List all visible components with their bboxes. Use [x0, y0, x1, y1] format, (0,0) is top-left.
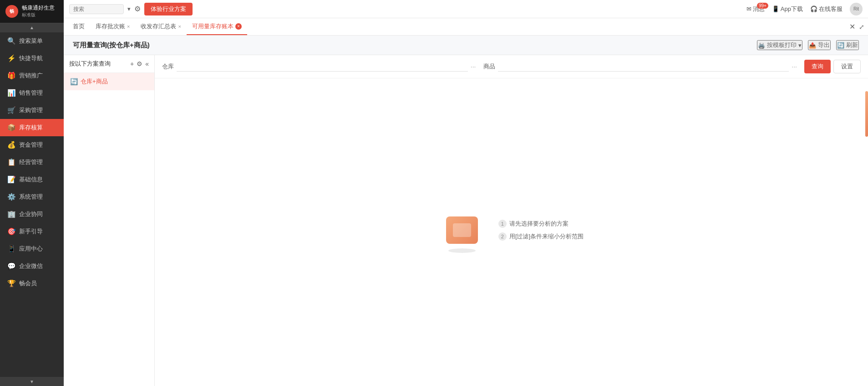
- page-header: 可用量查询(按仓库+商品) 🖨️ 按模板打印 ▾ 📤 导出 🔄 刷新: [64, 36, 868, 55]
- office-icon: 🏢: [7, 210, 15, 218]
- message-icon: ✉: [746, 5, 751, 12]
- scroll-edge[interactable]: [865, 91, 868, 137]
- empty-box: [446, 216, 478, 244]
- message-badge: 99+: [757, 3, 768, 9]
- tab-summary-close[interactable]: ×: [178, 24, 181, 29]
- scheme-item-warehouse-goods[interactable]: 🔄 仓库+商品: [64, 73, 154, 90]
- settings-icon[interactable]: ⚙: [134, 5, 141, 13]
- filter-bar: 仓库 ··· 商品 ··· 查询 设置: [155, 55, 868, 78]
- sidebar-item-inventory[interactable]: 📦 库存核算: [0, 119, 64, 136]
- filter-settings-btn[interactable]: 设置: [833, 60, 861, 73]
- sidebar-scroll-down[interactable]: ▼: [0, 377, 64, 386]
- sidebar-app-subtitle: 标准版: [22, 12, 55, 18]
- tab-available[interactable]: 可用量库存账本 ×: [187, 19, 247, 35]
- app-label: App下载: [781, 5, 803, 13]
- sidebar-item-appstore[interactable]: 📱 应用中心: [0, 240, 64, 257]
- note-icon: 📝: [7, 175, 15, 184]
- query-btn[interactable]: 查询: [804, 60, 831, 73]
- empty-box-face: [453, 223, 471, 237]
- sidebar-item-wechat[interactable]: 💬 企业微信: [0, 257, 64, 275]
- export-label: 导出: [818, 41, 830, 49]
- goods-more-btn[interactable]: ···: [792, 63, 797, 70]
- tab-batch-label: 库存批次账: [96, 22, 125, 31]
- sidebar-item-marketing[interactable]: 🎁 营销推广: [0, 67, 64, 84]
- tab-available-close[interactable]: ×: [235, 23, 242, 30]
- avatar[interactable]: Rit: [850, 3, 863, 15]
- sidebar-item-label: 搜索菜单: [19, 37, 43, 45]
- add-scheme-btn[interactable]: +: [130, 60, 134, 67]
- print-label: 按模板打印: [767, 41, 797, 49]
- sidebar-scroll-up[interactable]: ▲: [0, 23, 64, 32]
- search-icon: 🔍: [7, 37, 15, 45]
- clipboard-icon: 📋: [7, 158, 15, 166]
- tab-home[interactable]: 首页: [67, 19, 90, 35]
- tab-batch-close[interactable]: ×: [127, 24, 130, 29]
- warehouse-filter-group: 仓库 ···: [162, 62, 476, 72]
- left-panel: 按以下方案查询 + ⚙ « 🔄 仓库+商品: [64, 55, 155, 386]
- empty-state: 1 请先选择要分析的方案 2 用[过滤]条件来缩小分析范围: [155, 78, 868, 386]
- sidebar-nav: 🔍 搜索菜单 ⚡ 快捷导航 🎁 营销推广 📊 销售管理 🛒 采购管理 📦 库存核…: [0, 32, 64, 377]
- refresh-label: 刷新: [846, 41, 858, 49]
- sidebar-item-operations[interactable]: 📋 经营管理: [0, 154, 64, 171]
- refresh-btn[interactable]: 🔄 刷新: [836, 40, 859, 50]
- sidebar-item-label: 企业微信: [19, 262, 43, 270]
- empty-num-1: 1: [498, 220, 507, 228]
- goods-filter-group: 商品 ···: [483, 62, 797, 72]
- chat-icon: 💬: [7, 262, 15, 270]
- warehouse-filter-input[interactable]: [177, 62, 468, 72]
- tab-close-all-icon[interactable]: ✕: [849, 22, 855, 31]
- sidebar-item-shortcut[interactable]: ⚡ 快捷导航: [0, 50, 64, 67]
- trophy-icon: 🏆: [7, 279, 15, 288]
- shortcut-icon: ⚡: [7, 54, 15, 62]
- warehouse-goods-icon: 🔄: [70, 78, 78, 85]
- scheme-collapse-btn[interactable]: «: [145, 60, 149, 67]
- tab-available-label: 可用量库存账本: [192, 22, 233, 31]
- sidebar-item-basic[interactable]: 📝 基础信息: [0, 171, 64, 188]
- tab-home-label: 首页: [73, 22, 85, 31]
- scheme-header-actions: + ⚙ «: [130, 60, 149, 67]
- scheme-settings-btn[interactable]: ⚙: [137, 60, 142, 67]
- sidebar-item-guide[interactable]: 🎯 新手引导: [0, 223, 64, 240]
- online-service-btn[interactable]: 🎧 在线客服: [810, 5, 843, 13]
- sidebar-item-label: 采购管理: [19, 106, 43, 114]
- sidebar-item-label: 销售管理: [19, 89, 43, 97]
- export-icon: 📤: [809, 42, 816, 49]
- refresh-icon: 🔄: [837, 42, 844, 49]
- service-label: 在线客服: [819, 5, 843, 13]
- sidebar-item-sales[interactable]: 📊 销售管理: [0, 84, 64, 102]
- empty-hint-2: 2 用[过滤]条件来缩小分析范围: [498, 232, 584, 241]
- empty-shadow: [448, 248, 476, 253]
- sidebar-item-label: 营销推广: [19, 72, 43, 80]
- warehouse-more-btn[interactable]: ···: [471, 63, 476, 70]
- search-input[interactable]: [69, 4, 124, 14]
- sidebar-item-purchase[interactable]: 🛒 采购管理: [0, 102, 64, 119]
- sidebar-item-system[interactable]: ⚙️ 系统管理: [0, 188, 64, 206]
- export-btn[interactable]: 📤 导出: [808, 40, 831, 50]
- tab-summary-label: 收发存汇总表: [141, 22, 176, 31]
- industry-btn[interactable]: 体验行业方案: [144, 3, 193, 15]
- empty-hint-2-text: 用[过滤]条件来缩小分析范围: [509, 232, 584, 241]
- print-icon: 🖨️: [758, 42, 765, 49]
- goods-filter-input[interactable]: [498, 62, 789, 72]
- warehouse-filter-label: 仓库: [162, 62, 174, 71]
- tab-summary[interactable]: 收发存汇总表 ×: [135, 19, 186, 35]
- tab-batch[interactable]: 库存批次账 ×: [90, 19, 135, 35]
- empty-hint-1: 1 请先选择要分析的方案: [498, 220, 584, 228]
- topbar-right: ✉ 消息 99+ 📱 App下载 🎧 在线客服 Rit: [746, 3, 863, 15]
- sidebar-item-search[interactable]: 🔍 搜索菜单: [0, 32, 64, 50]
- gift-icon: 🎁: [7, 72, 15, 80]
- sidebar-item-finance[interactable]: 💰 资金管理: [0, 136, 64, 154]
- app-download-btn[interactable]: 📱 App下载: [772, 5, 803, 13]
- empty-text: 1 请先选择要分析的方案 2 用[过滤]条件来缩小分析范围: [498, 220, 584, 245]
- tab-expand-icon[interactable]: ⤢: [859, 23, 864, 31]
- print-dropdown-icon[interactable]: ▾: [798, 42, 802, 49]
- sidebar-item-enterprise[interactable]: 🏢 企业协同: [0, 206, 64, 223]
- sidebar-item-member[interactable]: 🏆 畅会员: [0, 275, 64, 292]
- dropdown-icon[interactable]: ▾: [127, 5, 131, 12]
- sidebar-item-label: 经营管理: [19, 158, 43, 166]
- headset-icon: 🎧: [810, 5, 817, 12]
- sidebar-item-label: 新手引导: [19, 227, 43, 236]
- print-btn[interactable]: 🖨️ 按模板打印 ▾: [757, 40, 802, 50]
- phone-icon: 📱: [772, 5, 779, 12]
- message-btn[interactable]: ✉ 消息 99+: [746, 5, 765, 13]
